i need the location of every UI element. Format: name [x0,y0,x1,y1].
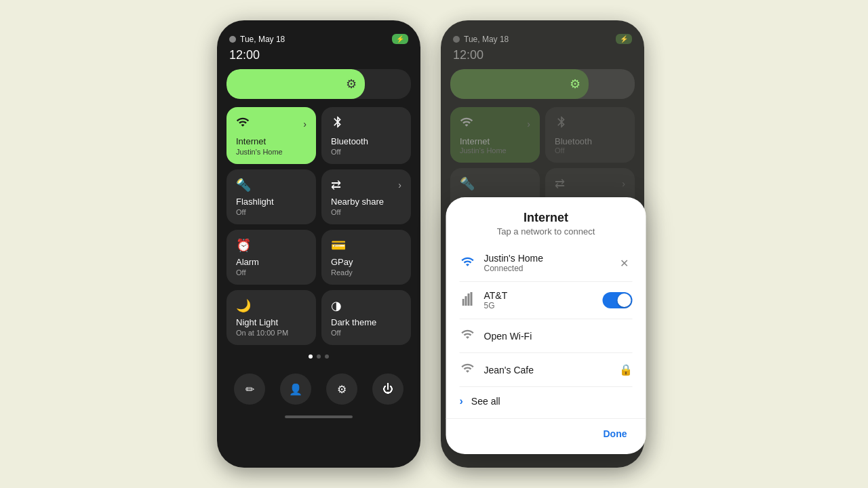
svg-rect-0 [462,299,465,306]
right-tile-bluetooth-title: Bluetooth [555,136,625,146]
battery-indicator: ⚡ [392,34,408,44]
left-phone: Tue, May 18 ⚡ 12:00 ⚙ › Int [217,20,420,468]
dot-1 [309,354,313,359]
tile-internet-arrow: › [303,119,307,129]
dot-3 [325,354,329,359]
tile-internet-title: Internet [236,136,307,146]
tile-darktheme[interactable]: ◑ Dark theme Off [321,290,411,345]
see-all-chevron-icon: › [460,395,463,407]
internet-modal: Internet Tap a network to connect Justin… [446,197,646,454]
modal-subtitle: Tap a network to connect [460,226,633,237]
tile-gpay-title: GPay [331,257,401,267]
gpay-icon: 💳 [331,238,346,253]
done-button[interactable]: Done [598,424,633,443]
right-tile-bluetooth: Bluetooth Off [545,107,635,163]
att-signal-icon [460,292,476,309]
open-wifi-name: Open Wi-Fi [484,331,633,342]
network-open-wifi[interactable]: Open Wi-Fi [452,319,641,352]
jeans-cafe-name: Jean's Cafe [484,365,611,375]
page-dots [226,354,411,359]
nightlight-icon: 🌙 [236,298,251,313]
flashlight-icon: 🔦 [236,178,251,192]
right-bluetooth-icon [555,115,568,132]
right-tile-bluetooth-subtitle: Off [555,146,625,155]
tile-flashlight-subtitle: Off [236,208,307,216]
tile-alarm-subtitle: Off [236,268,307,277]
right-brightness-icon: ⚙ [570,77,580,92]
jeans-cafe-info: Jean's Cafe [484,365,611,375]
bottom-actions: ✏ 👤 ⚙ ⏻ [226,368,411,410]
bluetooth-icon [331,115,344,132]
att-info: AT&T 5G [484,290,595,310]
tile-alarm[interactable]: ⏰ Alarm Off [226,230,316,285]
tile-nearby[interactable]: ⇄ › Nearby share Off [321,169,411,224]
svg-rect-3 [471,292,473,306]
wifi-icon [236,115,250,132]
edit-button[interactable]: ✏ [234,373,265,405]
tile-nearby-title: Nearby share [331,197,401,207]
tile-nightlight-subtitle: On at 10:00 PM [236,329,307,337]
right-wifi-icon [460,115,473,132]
right-tile-arrow: › [527,119,530,129]
jeans-cafe-lock-icon: 🔒 [619,363,633,376]
network-jeans-cafe[interactable]: Jean's Cafe 🔒 [452,353,641,386]
right-brightness-fill: ⚙ [450,69,589,99]
alarm-icon: ⏰ [236,238,251,253]
network-att[interactable]: AT&T 5G [452,282,641,319]
tile-bluetooth-subtitle: Off [331,148,401,156]
modal-title: Internet [460,211,633,225]
tile-nearby-arrow: › [398,180,401,190]
tile-flashlight[interactable]: 🔦 Flashlight Off [226,169,316,224]
nearby-icon: ⇄ [331,178,341,192]
right-tile-internet: › Internet Justin's Home [450,107,540,163]
justins-home-info: Justin's Home Connected [484,253,608,273]
justins-home-close[interactable]: ✕ [616,255,633,271]
justins-home-name: Justin's Home [484,253,608,264]
open-wifi-icon [460,327,476,344]
right-section: Tue, May 18 ⚡ 12:00 ⚙ › I [441,20,651,468]
network-justins-home[interactable]: Justin's Home Connected ✕ [452,245,641,281]
right-nearby-arrow: › [622,178,625,189]
att-status: 5G [484,301,595,310]
status-time: 12:00 [226,47,411,64]
att-toggle-thumb [618,293,631,307]
justins-home-wifi-icon [460,255,476,272]
modal-footer: Done [446,418,646,454]
att-toggle[interactable] [603,292,633,308]
settings-button[interactable]: ⚙ [326,373,357,405]
tile-internet[interactable]: › Internet Justin's Home [226,107,316,164]
brightness-slider[interactable]: ⚙ [226,69,411,99]
tile-darktheme-title: Dark theme [331,317,401,327]
tile-bluetooth[interactable]: Bluetooth Off [321,107,411,164]
status-date: Tue, May 18 [240,35,285,44]
tile-flashlight-title: Flashlight [236,197,307,207]
right-status-bar: Tue, May 18 ⚡ [450,28,635,47]
tile-nearby-subtitle: Off [331,208,401,216]
tile-gpay-subtitle: Ready [331,268,401,277]
tile-nightlight-title: Night Light [236,317,307,327]
svg-rect-2 [468,293,470,306]
right-status-date: Tue, May 18 [464,35,509,44]
svg-rect-1 [465,296,467,306]
user-button[interactable]: 👤 [280,373,311,405]
right-flashlight-icon: 🔦 [460,176,475,191]
tile-bluetooth-title: Bluetooth [331,136,401,146]
tile-nightlight[interactable]: 🌙 Night Light On at 10:00 PM [226,290,316,345]
tile-gpay[interactable]: 💳 GPay Ready [321,230,411,285]
home-indicator [285,415,353,418]
justins-home-status: Connected [484,264,608,273]
modal-content: Justin's Home Connected ✕ AT&T 5G [446,242,646,418]
see-all-row[interactable]: › See all [452,387,641,415]
power-button[interactable]: ⏻ [372,373,403,405]
brightness-fill: ⚙ [226,69,365,99]
jeans-cafe-wifi-icon [460,361,476,378]
tile-alarm-title: Alarm [236,257,307,267]
tile-darktheme-subtitle: Off [331,329,401,337]
status-bar: Tue, May 18 ⚡ [226,28,411,47]
brightness-icon: ⚙ [346,77,357,92]
tile-internet-subtitle: Justin's Home [236,148,307,156]
quick-tiles: › Internet Justin's Home Bluetooth Off 🔦 [226,107,411,345]
see-all-label: See all [471,396,500,407]
right-tile-internet-subtitle: Justin's Home [460,146,530,155]
right-brightness: ⚙ [450,69,635,99]
